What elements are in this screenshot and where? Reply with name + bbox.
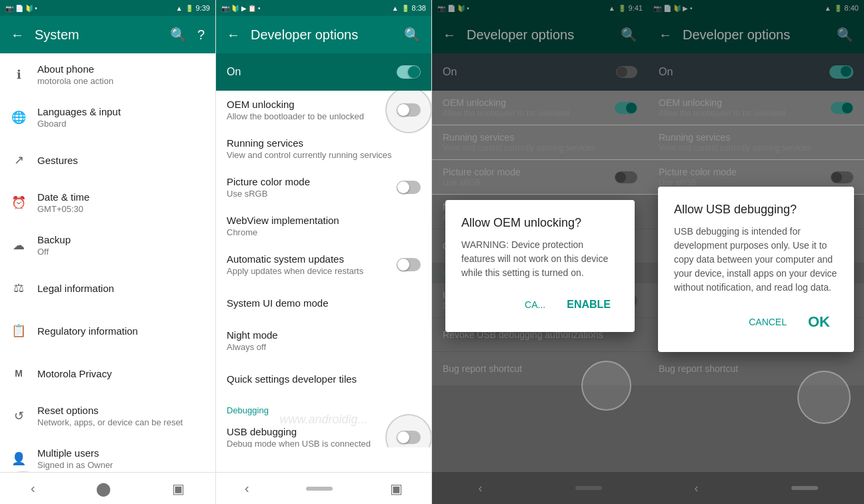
home-bar-4 xyxy=(791,486,818,490)
search-icon-1[interactable]: 🔍 xyxy=(170,27,187,43)
sidebar-item-backup[interactable]: ☁ Backup Off xyxy=(0,224,215,267)
battery-icon-2: 🔋 xyxy=(401,5,409,12)
sidebar-item-datetime[interactable]: ⏰ Date & time GMT+05:30 xyxy=(0,181,215,224)
picture-color-text: Picture color mode Use sRGB xyxy=(227,176,397,199)
users-icon: 👤 xyxy=(11,451,27,467)
sidebar-item-languages[interactable]: 🌐 Languages & input Gboard xyxy=(0,96,215,139)
oem-enable-button[interactable]: Enable xyxy=(559,293,619,316)
recent-nav-icon[interactable]: ▣ xyxy=(172,481,185,497)
gestures-text: Gestures xyxy=(37,155,205,166)
reset-icon: ↺ xyxy=(11,408,27,424)
datetime-title: Date & time xyxy=(37,191,205,203)
status-left-icons: 📷 📄 🔰 • xyxy=(5,5,37,12)
recent-nav-2[interactable]: ▣ xyxy=(390,481,403,497)
app-bar-title-3: Developer options xyxy=(467,27,610,43)
auto-updates-subtitle: Apply updates when device restarts xyxy=(227,266,397,276)
back-nav-3: ‹ xyxy=(479,481,483,495)
sidebar-item-legal[interactable]: ⚖ Legal information xyxy=(0,267,215,309)
running-subtitle: View and control currently running servi… xyxy=(227,150,421,160)
sidebar-item-about[interactable]: ℹ About phone motorola one action xyxy=(0,53,215,96)
night-mode-item[interactable]: Night mode Always off xyxy=(216,321,431,360)
status-bar-3: 📷 📄 🔰 • ▲ 🔋 9:41 xyxy=(432,0,648,16)
home-nav-icon[interactable]: ⬤ xyxy=(96,481,111,497)
back-icon-2[interactable]: ← xyxy=(227,27,240,43)
about-icon: ℹ xyxy=(11,67,27,83)
pic-color-bg-subtitle-4: Use sRGB xyxy=(659,178,831,187)
running-bg-subtitle-4: View and control currently running servi… xyxy=(659,143,853,153)
users-subtitle: Signed in as Owner xyxy=(37,460,205,470)
debug-section-header: Debugging xyxy=(216,397,431,418)
home-bar-2[interactable] xyxy=(306,487,333,491)
running-text: Running services View and control curren… xyxy=(227,137,421,160)
nav-bar-2: ‹ ▣ xyxy=(216,472,431,504)
reset-text: Reset options Network, apps, or device c… xyxy=(37,405,205,427)
auto-updates-toggle[interactable] xyxy=(397,258,421,271)
sidebar-item-gestures[interactable]: ↗ Gestures xyxy=(0,139,215,181)
search-icon-2[interactable]: 🔍 xyxy=(404,27,421,43)
app-bar-1: ← System 🔍 ? xyxy=(0,16,215,53)
backup-title: Backup xyxy=(37,234,205,245)
gestures-title: Gestures xyxy=(37,155,205,166)
backup-subtitle: Off xyxy=(37,247,205,257)
system-ui-item[interactable]: System UI demo mode xyxy=(216,284,431,321)
oem-toggle[interactable] xyxy=(397,103,421,117)
languages-text: Languages & input Gboard xyxy=(37,106,205,129)
usb-debug-subtitle: Debug mode when USB is connected xyxy=(227,439,397,447)
quick-settings-item[interactable]: Quick settings developer tiles xyxy=(216,360,431,397)
wifi-icon-2: ▲ xyxy=(392,5,399,12)
search-icon-4: 🔍 xyxy=(837,27,853,43)
app-bar-title-1: System xyxy=(35,27,159,43)
legal-title: Legal information xyxy=(37,283,205,294)
usb-debug-toggle[interactable] xyxy=(397,431,421,444)
sidebar-item-regulatory[interactable]: 📋 Regulatory information xyxy=(0,309,215,352)
webview-text: WebView implementation Chrome xyxy=(227,215,421,237)
sidebar-item-users[interactable]: 👤 Multiple users Signed in as Owner xyxy=(0,437,215,472)
privacy-icon: M xyxy=(11,365,27,381)
back-icon-1[interactable]: ← xyxy=(11,27,24,43)
webview-item[interactable]: WebView implementation Chrome xyxy=(216,207,431,245)
usb-dialog-title: Allow USB debugging? xyxy=(674,203,838,217)
reset-subtitle: Network, apps, or device can be reset xyxy=(37,417,205,427)
running-bg-subtitle: View and control currently running servi… xyxy=(443,143,637,153)
usb-cancel-button[interactable]: Cancel xyxy=(741,308,795,336)
dev-on-toggle[interactable] xyxy=(397,65,421,79)
night-mode-text: Night mode Always off xyxy=(227,329,421,352)
gestures-icon: ↗ xyxy=(11,152,27,168)
wifi-icon: ▲ xyxy=(176,5,183,12)
status-time-2: 8:38 xyxy=(412,4,426,12)
help-icon-1[interactable]: ? xyxy=(197,27,205,43)
status-bar-1: 📷 📄 🔰 • ▲ 🔋 9:39 xyxy=(0,0,215,16)
running-title: Running services xyxy=(227,137,421,149)
back-nav-icon[interactable]: ‹ xyxy=(31,481,35,496)
system-ui-title: System UI demo mode xyxy=(227,297,421,309)
back-nav-2[interactable]: ‹ xyxy=(245,481,249,496)
dev-on-row-3: On xyxy=(432,53,648,91)
sidebar-item-reset[interactable]: ↺ Reset options Network, apps, or device… xyxy=(0,395,215,437)
running-services-item[interactable]: Running services View and control curren… xyxy=(216,129,431,168)
dev-on-label: On xyxy=(227,66,397,78)
oem-cancel-button[interactable]: Ca... xyxy=(517,293,553,316)
usb-dialog: Allow USB debugging? USB debugging is in… xyxy=(658,187,854,352)
usb-ok-button[interactable]: OK xyxy=(800,308,838,336)
sidebar-item-privacy[interactable]: M Motorola Privacy xyxy=(0,352,215,395)
backup-icon: ☁ xyxy=(11,237,27,253)
quick-settings-text: Quick settings developer tiles xyxy=(227,373,421,385)
picture-color-item[interactable]: Picture color mode Use sRGB xyxy=(216,168,431,207)
running-bg-item: Running services View and control curren… xyxy=(432,125,648,159)
oem-unlocking-item[interactable]: OEM unlocking Allow the bootloader to be… xyxy=(216,91,431,129)
about-subtitle: motorola one action xyxy=(37,76,205,86)
usb-debug-text: USB debugging Debug mode when USB is con… xyxy=(227,426,397,447)
dev-on-text: On xyxy=(227,66,397,78)
usb-debug-item[interactable]: USB debugging Debug mode when USB is con… xyxy=(216,418,431,447)
auto-updates-item[interactable]: Automatic system updates Apply updates w… xyxy=(216,245,431,284)
pic-color-bg-toggle-4 xyxy=(831,171,853,183)
auto-updates-title: Automatic system updates xyxy=(227,253,397,265)
users-text: Multiple users Signed in as Owner xyxy=(37,447,205,470)
pic-color-bg-title: Picture color mode xyxy=(443,167,615,177)
picture-color-toggle[interactable] xyxy=(397,181,421,194)
datetime-subtitle: GMT+05:30 xyxy=(37,204,205,214)
legal-text: Legal information xyxy=(37,283,205,294)
regulatory-text: Regulatory information xyxy=(37,325,205,337)
oem-dialog-body: WARNING: Device protection features will… xyxy=(461,238,619,280)
bug-report-bg: Bug report shortcut xyxy=(432,352,648,385)
